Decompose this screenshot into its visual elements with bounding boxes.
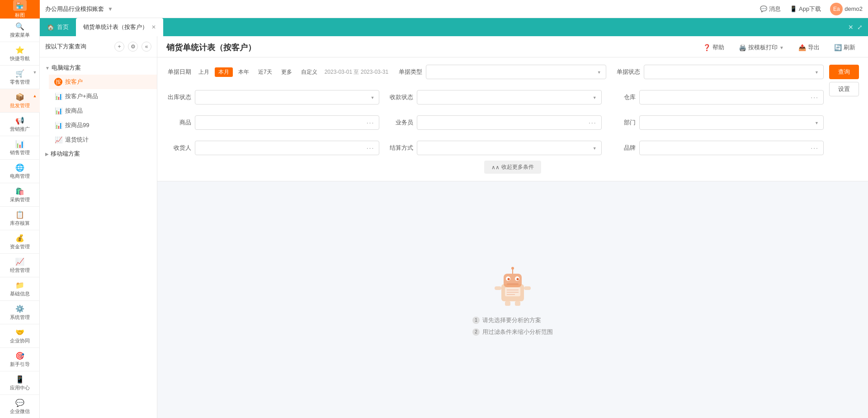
tree-item-by-goods99[interactable]: 📊 按商品99 xyxy=(49,118,157,133)
collapse-panel-btn[interactable]: « xyxy=(142,42,151,52)
main-area: 办公用品行业模拟账套 ▼ 💬 消息 📱 App下载 Ea demo2 🏠 首页 xyxy=(40,0,868,418)
receiver-select[interactable]: ··· xyxy=(195,141,379,155)
receive-status-select[interactable] xyxy=(417,90,601,104)
query-button[interactable]: 查询 xyxy=(829,65,859,79)
sidebar-item-ecommerce[interactable]: 🌐 电商管理 xyxy=(0,160,40,183)
svg-point-8 xyxy=(511,267,514,270)
left-panel: 按以下方案查询 + ⚙ « ▼ xyxy=(40,36,157,418)
sidebar-item-retail[interactable]: 🛒 零售管理 ▼ xyxy=(0,66,40,89)
empty-state: 1 请先选择要分析的方案 2 用过滤条件来缩小分析范围 xyxy=(472,264,553,336)
sidebar-item-search[interactable]: 🔍 搜索菜单 xyxy=(0,19,40,42)
date-tab-more[interactable]: 更多 xyxy=(278,67,296,77)
warehouse-select[interactable]: ··· xyxy=(639,90,824,104)
tree-item-by-customer[interactable]: 按 按客户 xyxy=(49,75,157,89)
doc-type-select[interactable] xyxy=(426,65,606,79)
close-window-icon[interactable]: ✕ xyxy=(848,24,854,31)
receiver-label: 收货人 xyxy=(166,144,191,152)
sidebar-item-sales[interactable]: 📊 销售管理 xyxy=(0,136,40,160)
logo-text: 标图 xyxy=(15,12,25,19)
settings-scheme-btn[interactable]: ⚙ xyxy=(128,42,138,52)
date-tab-last-month[interactable]: 上月 xyxy=(195,67,213,77)
warehouse-label: 仓库 xyxy=(611,93,636,101)
tab-stats[interactable]: 销货单统计表（按客户） ✕ xyxy=(76,18,163,36)
sidebar-item-purchase[interactable]: 🛍️ 采购管理 xyxy=(0,183,40,207)
appcenter-icon: 📱 xyxy=(15,375,24,384)
sidebar-item-wechat[interactable]: 💬 企业微信 xyxy=(0,395,40,418)
message-btn[interactable]: 💬 消息 xyxy=(760,5,781,13)
sidebar-item-enterprise[interactable]: 🤝 企业协同 xyxy=(0,324,40,348)
svg-point-4 xyxy=(508,278,510,280)
tip-num-1: 1 xyxy=(472,317,480,324)
date-tab-custom[interactable]: 自定义 xyxy=(297,67,321,77)
goods-dots: ··· xyxy=(367,119,375,126)
sidebar-item-wholesale[interactable]: 📦 批发管理 ▲ xyxy=(0,89,40,113)
maximize-icon[interactable]: ⤢ xyxy=(857,24,863,31)
collapse-btn[interactable]: ∧∧ 收起更多条件 xyxy=(484,161,541,174)
ship-status-arrow xyxy=(370,95,374,100)
payment-label: 结算方式 xyxy=(388,144,413,152)
sidebar-item-quicknav[interactable]: ⭐ 快捷导航 xyxy=(0,42,40,66)
sidebar-item-inventory[interactable]: 📋 库存核算 xyxy=(0,207,40,230)
right-content: 销货单统计表（按客户） ❓ 帮助 🖨️ 按模板打印 ▼ 📤 导出 xyxy=(157,36,868,418)
refresh-icon: 🔄 xyxy=(834,44,842,51)
export-btn[interactable]: 📤 导出 xyxy=(795,42,823,53)
mobile-group-header[interactable]: ▶ 移动端方案 xyxy=(40,147,157,161)
department-select[interactable] xyxy=(639,115,824,130)
salesperson-select[interactable]: ··· xyxy=(417,115,601,130)
brand-select[interactable]: ··· xyxy=(639,141,824,155)
desktop-group-header[interactable]: ▼ 电脑端方案 xyxy=(40,61,157,75)
tree-item-return-stats[interactable]: 📈 退货统计 xyxy=(49,133,157,147)
breadcrumb-arrow: ▼ xyxy=(108,6,113,12)
sidebar-item-label: 电商管理 xyxy=(10,173,30,180)
user-menu[interactable]: Ea demo2 xyxy=(830,3,863,15)
sidebar-item-marketing[interactable]: 📢 营销推广 xyxy=(0,113,40,136)
sidebar-item-appcenter[interactable]: 📱 应用中心 xyxy=(0,371,40,395)
sidebar-item-finance[interactable]: 💰 资金管理 xyxy=(0,230,40,254)
tree-item-by-goods[interactable]: 📊 按商品 xyxy=(49,104,157,118)
doc-status-select[interactable] xyxy=(644,65,824,79)
svg-rect-11 xyxy=(495,286,501,290)
sidebar-item-basic[interactable]: 📁 基础信息 xyxy=(0,277,40,301)
warehouse-dots: ··· xyxy=(811,94,819,101)
svg-rect-13 xyxy=(505,287,520,296)
print-btn[interactable]: 🖨️ 按模板打印 ▼ xyxy=(735,42,788,53)
sidebar-item-operations[interactable]: 📈 经营管理 xyxy=(0,254,40,277)
sidebar: 🏪 标图 🔍 搜索菜单 ⭐ 快捷导航 🛒 零售管理 ▼ 📦 批发管理 ▲ 📢 营… xyxy=(0,0,40,418)
goods-select[interactable]: ··· xyxy=(195,115,379,130)
app-download-btn[interactable]: 📱 App下载 xyxy=(790,5,821,13)
page-header: 销货单统计表（按客户） ❓ 帮助 🖨️ 按模板打印 ▼ 📤 导出 xyxy=(157,36,868,57)
tab-close-btn[interactable]: ✕ xyxy=(151,24,156,30)
refresh-label: 刷新 xyxy=(844,43,855,52)
ship-status-select[interactable] xyxy=(195,90,379,104)
tab-stats-label: 销货单统计表（按客户） xyxy=(83,23,148,31)
tab-home[interactable]: 🏠 首页 xyxy=(40,18,76,36)
tree-item-customer-goods[interactable]: 📊 按客户+商品 xyxy=(49,89,157,104)
finance-icon: 💰 xyxy=(15,234,24,242)
sidebar-item-system[interactable]: ⚙️ 系统管理 xyxy=(0,301,40,324)
filter-row-1: 单据日期 上月 本月 本年 近7天 更多 自定义 xyxy=(166,65,824,79)
add-scheme-btn[interactable]: + xyxy=(114,42,124,52)
basic-icon: 📁 xyxy=(15,281,24,290)
filter-warehouse: 仓库 ··· xyxy=(611,90,824,104)
filter-settings-button[interactable]: 设置 xyxy=(829,82,859,96)
help-btn[interactable]: ❓ 帮助 xyxy=(699,42,728,53)
refresh-btn[interactable]: 🔄 刷新 xyxy=(830,42,859,53)
tree-expand-icon2: ▶ xyxy=(45,152,49,157)
sidebar-item-newguide[interactable]: 🎯 新手引导 xyxy=(0,348,40,371)
tip-text-2: 用过滤条件来缩小分析范围 xyxy=(482,328,553,336)
home-icon: 🏠 xyxy=(47,24,54,31)
filter-receive-status: 收款状态 xyxy=(388,90,601,104)
filter-ship-status: 出库状态 xyxy=(166,90,379,104)
filter-goods: 商品 ··· xyxy=(166,115,379,130)
top-nav-actions: 💬 消息 📱 App下载 Ea demo2 xyxy=(760,3,863,15)
payment-select[interactable] xyxy=(417,141,601,155)
date-tab-this-month[interactable]: 本月 xyxy=(215,67,233,77)
date-tab-this-year[interactable]: 本年 xyxy=(235,67,253,77)
date-tab-7days[interactable]: 近7天 xyxy=(255,67,276,77)
svg-rect-9 xyxy=(505,301,510,306)
date-range: 2023-03-01 至 2023-03-31 xyxy=(325,68,388,76)
filter-action-col: 查询 设置 xyxy=(829,65,859,96)
department-label: 部门 xyxy=(611,119,636,127)
sidebar-item-label: 采购管理 xyxy=(10,196,30,203)
marketing-icon: 📢 xyxy=(15,116,24,125)
